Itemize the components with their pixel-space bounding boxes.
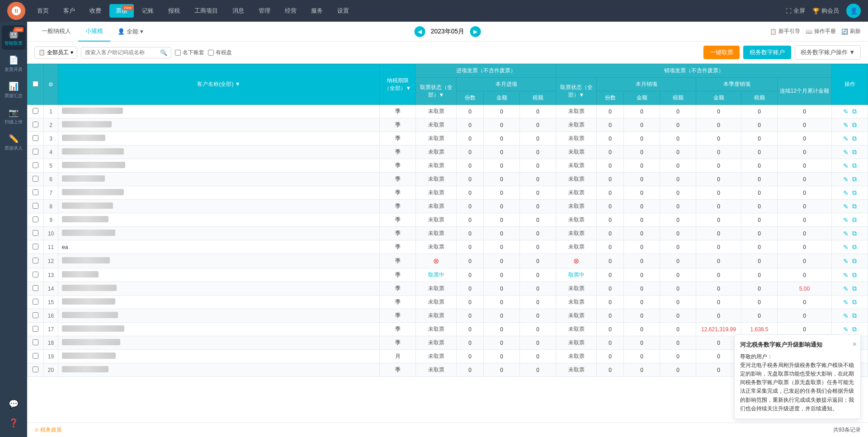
nav-accounting[interactable]: 记账 [136, 4, 160, 18]
edit-icon[interactable]: ✎ [843, 244, 849, 251]
edit-icon[interactable]: ✎ [843, 272, 849, 279]
client-name-cell [58, 132, 380, 146]
copy-icon[interactable]: ⧉ [852, 312, 857, 320]
edit-icon[interactable]: ✎ [843, 258, 849, 265]
edit-icon[interactable]: ✎ [843, 108, 849, 115]
nav-settings[interactable]: 设置 [331, 4, 355, 18]
in-status-cell: 未取票 [416, 296, 457, 309]
config-icon[interactable]: ⚙ [48, 81, 53, 88]
copy-icon[interactable]: ⧉ [852, 175, 857, 183]
nav-home[interactable]: 首页 [31, 4, 55, 18]
tax-period-cell: 季 [380, 173, 416, 186]
edit-icon[interactable]: ✎ [843, 216, 849, 224]
nav-message[interactable]: 消息 [226, 4, 250, 18]
edit-icon[interactable]: ✎ [843, 299, 849, 306]
nav-tax[interactable]: 报税 [162, 4, 186, 18]
sidebar-item-smart-ticket[interactable]: 🤖 智能取票 new [2, 25, 25, 50]
invoice-entry-icon: ✏️ [9, 134, 19, 144]
app-logo[interactable] [7, 2, 25, 20]
tax-period-cell: 季 [380, 132, 416, 146]
edit-icon[interactable]: ✎ [843, 122, 849, 129]
tax-policy-link[interactable]: ⊙ 税务政策 [34, 426, 62, 434]
has-taxpad-checkbox[interactable]: 有税盘 [208, 49, 232, 56]
manual-btn[interactable]: 📖 操作手册 [806, 28, 836, 35]
copy-icon[interactable]: ⧉ [852, 189, 857, 197]
nav-fee[interactable]: 收费 [83, 4, 108, 18]
th-out-invoice-group: 销项发票（不含作废票） [556, 64, 832, 78]
edit-icon[interactable]: ✎ [843, 189, 849, 197]
action-cell: ✎ ⧉ [832, 309, 868, 323]
in-amount-cell: 0 [484, 268, 520, 282]
in-status-cell: 未取票 [416, 227, 457, 240]
edit-icon[interactable]: ✎ [843, 230, 849, 237]
date-next-btn[interactable]: ▶ [470, 26, 481, 37]
tab-all[interactable]: 👤 全能 ▾ [110, 24, 151, 39]
copy-icon[interactable]: ⧉ [852, 202, 857, 210]
select-all-checkbox[interactable] [33, 81, 38, 87]
nav-operation[interactable]: 经营 [278, 4, 303, 18]
client-name-cell [58, 363, 380, 377]
edit-icon[interactable]: ✎ [843, 312, 849, 320]
copy-icon[interactable]: ⧉ [852, 108, 857, 115]
copy-icon[interactable]: ⧉ [852, 162, 857, 169]
edit-icon[interactable]: ✎ [843, 149, 849, 156]
in-tax-cell: 0 [520, 363, 556, 377]
copy-icon[interactable]: ⧉ [852, 243, 857, 251]
quarter-tax-cell: 0 [741, 186, 778, 200]
tax-digital-operation-btn[interactable]: 税务数字账户操作 ▼ [795, 45, 861, 60]
sidebar-item-invoice-issue[interactable]: 📄 发票开具 [2, 52, 25, 76]
sidebar-help[interactable]: ❓ [2, 414, 25, 432]
client-name-cell [58, 146, 380, 159]
edit-icon[interactable]: ✎ [843, 285, 849, 292]
copy-icon[interactable]: ⧉ [852, 135, 857, 142]
edit-icon[interactable]: ✎ [843, 326, 849, 333]
client-name-cell [58, 186, 380, 200]
sidebar-item-scan-upload[interactable]: 📷 扫描上传 [2, 104, 25, 128]
edit-icon[interactable]: ✎ [843, 135, 849, 142]
edit-icon[interactable]: ✎ [843, 176, 849, 183]
new-guide-btn[interactable]: 📋 新手引导 [770, 28, 800, 35]
sidebar-chat[interactable]: 💬 [2, 395, 25, 413]
nav-manage[interactable]: 管理 [252, 4, 277, 18]
refresh-icon: 🔄 [841, 28, 848, 35]
refresh-btn[interactable]: 🔄 刷新 [841, 28, 861, 35]
sidebar-item-invoice-entry[interactable]: ✏️ 票据录入 [2, 130, 25, 155]
nav-client[interactable]: 客户 [57, 4, 81, 18]
user-avatar[interactable]: 👤 [846, 4, 861, 18]
edit-icon[interactable]: ✎ [843, 162, 849, 169]
tax-digital-account-btn[interactable]: 税务数字账户 [743, 46, 791, 59]
nav-business[interactable]: 工商项目 [188, 4, 224, 18]
tab-general-taxpayer[interactable]: 一般纳税人 [34, 22, 78, 42]
sidebar: 🤖 智能取票 new 📄 发票开具 📊 票据汇总 📷 扫描上传 ✏️ 票据录入 [0, 22, 27, 437]
copy-icon[interactable]: ⧉ [852, 121, 857, 129]
employee-filter[interactable]: 📋 全部员工 ▾ [34, 47, 77, 59]
continuous-cell: 0 [778, 173, 832, 186]
under-account-checkbox[interactable]: 名下账套 [175, 49, 204, 56]
date-prev-btn[interactable]: ◀ [415, 26, 425, 37]
copy-icon[interactable]: ⧉ [852, 148, 857, 156]
fullscreen-btn[interactable]: ⛶ 全屏 [786, 7, 805, 15]
copy-icon[interactable]: ⧉ [852, 230, 857, 237]
copy-icon[interactable]: ⧉ [852, 298, 857, 306]
vip-btn[interactable]: 🏆 购会员 [812, 7, 839, 15]
copy-icon[interactable]: ⧉ [852, 285, 857, 292]
nav-ticket[interactable]: 票据 new [109, 4, 134, 18]
row-checkbox [28, 213, 44, 227]
tab-small-scale[interactable]: 小规模 [78, 22, 110, 42]
action-cell: ✎ ⧉ [832, 227, 868, 240]
table-row: 16 季 未取票 0 0 0 未取票 0 0 0 0 0 0 ✎ ⧉ [28, 309, 868, 323]
copy-icon[interactable]: ⧉ [852, 325, 857, 333]
out-tax-cell: 0 [660, 363, 696, 377]
search-input[interactable] [85, 49, 158, 56]
invoice-table: ⚙ 客户名称(全部) ▼ 纳税期限（全部）▼ 进项发票（不含作废票） 销项发票（… [27, 64, 868, 377]
one-click-ticket-btn[interactable]: 一键取票 [703, 46, 740, 59]
copy-icon[interactable]: ⧉ [852, 271, 857, 279]
in-status-cell: 未取票 [416, 159, 457, 173]
copy-icon[interactable]: ⧉ [852, 216, 857, 224]
sidebar-item-invoice-summary[interactable]: 📊 票据汇总 [2, 78, 25, 102]
nav-service[interactable]: 服务 [305, 4, 329, 18]
notification-close-btn[interactable]: × [853, 338, 857, 350]
search-icon[interactable]: 🔍 [160, 49, 167, 56]
copy-icon[interactable]: ⧉ [852, 257, 857, 265]
edit-icon[interactable]: ✎ [843, 203, 849, 210]
